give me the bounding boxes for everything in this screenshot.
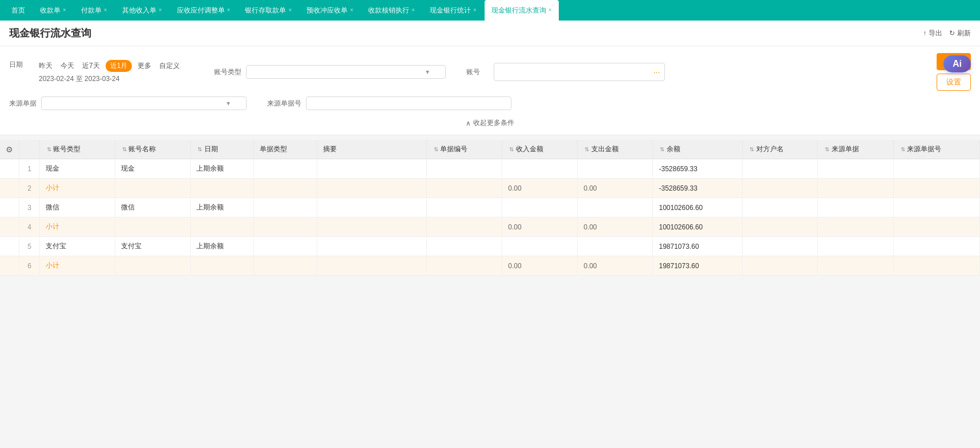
- account-type-select[interactable]: ▾: [246, 65, 446, 79]
- nav-item-receipt[interactable]: 收款单 ×: [33, 0, 73, 21]
- sort-icon-2: ⇅: [122, 146, 127, 152]
- nav-close-bank-deposit[interactable]: ×: [288, 0, 292, 21]
- col-doc-no[interactable]: ⇅ 单据编号: [427, 140, 502, 159]
- cell-summary: [317, 237, 427, 256]
- subtotal-label: 小计: [46, 184, 59, 192]
- ai-badge[interactable]: Ai: [943, 55, 971, 72]
- nav-label-bank-flow: 现金银行流水查询: [491, 0, 546, 21]
- nav-close-bank-flow[interactable]: ×: [549, 0, 552, 21]
- date-btn-more[interactable]: 更多: [135, 60, 154, 72]
- table-header-row: ⚙ ⇅ 账号类型 ⇅ 账号名称 ⇅ 日期 单据类型 摘要 ⇅ 单据编号: [0, 140, 980, 159]
- col-counterpart[interactable]: ⇅ 对方户名: [743, 140, 818, 159]
- account-input[interactable]: [499, 66, 647, 78]
- nav-item-bank-flow[interactable]: 现金银行流水查询 ×: [485, 0, 559, 21]
- date-btn-7days[interactable]: 近7天: [80, 60, 102, 72]
- nav-close-adjustment[interactable]: ×: [227, 0, 231, 21]
- subtotal-label: 小计: [46, 261, 59, 269]
- cell-account-name: [115, 217, 191, 237]
- table-row: 4 小计 0.00 0.00 100102606.60: [0, 217, 980, 237]
- cell-doc-no: [427, 237, 502, 256]
- col-account-type[interactable]: ⇅ 账号类型: [40, 140, 115, 159]
- cell-account-type: 小计: [40, 179, 115, 198]
- cell-account-type: 小计: [40, 256, 115, 276]
- cell-income: 0.00: [502, 256, 578, 276]
- cell-doc-no: [427, 217, 502, 237]
- cell-doc-no: [427, 179, 502, 198]
- nav-item-adjustment[interactable]: 应收应付调整单 ×: [170, 0, 237, 21]
- cell-settings: [0, 179, 19, 198]
- col-account-name[interactable]: ⇅ 账号名称: [115, 140, 191, 159]
- filter-area: 日期 昨天 今天 近7天 近1月 更多 自定义 2023-02-24 至 202…: [0, 46, 980, 135]
- cell-doc-no: [427, 159, 502, 179]
- filter-row-1: 日期 昨天 今天 近7天 近1月 更多 自定义 2023-02-24 至 202…: [9, 53, 971, 91]
- refresh-button[interactable]: ↻ 刷新: [949, 29, 971, 38]
- nav-close-other-income[interactable]: ×: [159, 0, 162, 21]
- cell-source-doc-no: [893, 179, 979, 198]
- cell-source-doc-no: [893, 237, 979, 256]
- col-expense[interactable]: ⇅ 支出金额: [578, 140, 653, 159]
- nav-close-collection[interactable]: ×: [412, 0, 415, 21]
- source-doc-no-input[interactable]: [306, 96, 511, 110]
- cell-counterpart: [743, 217, 818, 237]
- table-row: 2 小计 0.00 0.00 -3528659.33: [0, 179, 980, 198]
- col-row-num: [19, 140, 40, 159]
- cell-settings: [0, 198, 19, 217]
- cell-balance: 100102606.60: [653, 217, 743, 237]
- nav-item-payment[interactable]: 付款单 ×: [74, 0, 114, 21]
- nav-label-other-income: 其他收入单: [122, 0, 156, 21]
- nav-close-advance[interactable]: ×: [350, 0, 353, 21]
- col-income[interactable]: ⇅ 收入金额: [502, 140, 578, 159]
- settings-button[interactable]: 设置: [937, 74, 971, 91]
- cell-account-name: 微信: [115, 198, 191, 217]
- col-doc-type: 单据类型: [253, 140, 317, 159]
- cell-income: 0.00: [502, 179, 578, 198]
- source-doc-no-label: 来源单据号: [267, 99, 301, 108]
- sort-icon-10: ⇅: [901, 146, 905, 152]
- nav-item-home[interactable]: 首页: [5, 0, 32, 21]
- cell-source-doc-no: [893, 198, 979, 217]
- nav-item-bank-deposit[interactable]: 银行存取款单 ×: [238, 0, 299, 21]
- nav-close-bank-stats[interactable]: ×: [473, 0, 477, 21]
- cell-balance: 19871073.60: [653, 237, 743, 256]
- cell-expense: [578, 198, 653, 217]
- account-label: 账号: [466, 67, 489, 77]
- cell-income: 0.00: [502, 217, 578, 237]
- collapse-bar[interactable]: ∧ 收起更多条件: [9, 116, 971, 128]
- col-balance[interactable]: ⇅ 余额: [653, 140, 743, 159]
- date-options: 昨天 今天 近7天 近1月 更多 自定义: [37, 60, 182, 72]
- date-btn-today[interactable]: 今天: [58, 60, 76, 72]
- table-body: 1 现金 现金 上期余额 -3528659.33 2 小计 0.00 0.00 …: [0, 159, 980, 276]
- date-btn-yesterday[interactable]: 昨天: [37, 60, 55, 72]
- gear-icon[interactable]: ⚙: [6, 145, 13, 154]
- date-btn-custom[interactable]: 自定义: [157, 60, 182, 72]
- nav-label-home: 首页: [11, 0, 25, 21]
- col-date[interactable]: ⇅ 日期: [191, 140, 254, 159]
- nav-item-collection[interactable]: 收款核销执行 ×: [361, 0, 422, 21]
- account-type-cell: 支付宝: [46, 242, 66, 250]
- col-source-doc-no[interactable]: ⇅ 来源单据号: [893, 140, 979, 159]
- col-source-doc[interactable]: ⇅ 来源单据: [818, 140, 893, 159]
- cell-balance: -3528659.33: [653, 159, 743, 179]
- source-doc-select[interactable]: ▾: [41, 96, 247, 110]
- subtotal-label: 小计: [46, 223, 59, 231]
- nav-item-other-income[interactable]: 其他收入单 ×: [115, 0, 169, 21]
- nav-item-advance[interactable]: 预收冲应收单 ×: [300, 0, 360, 21]
- cell-counterpart: [743, 159, 818, 179]
- date-btn-1month[interactable]: 近1月: [106, 60, 132, 72]
- cell-doc-type: [253, 179, 317, 198]
- page-header: 现金银行流水查询 ↑ 导出 ↻ 刷新: [0, 21, 980, 46]
- cell-source-doc: [818, 159, 893, 179]
- account-more-button[interactable]: ···: [654, 67, 660, 76]
- cell-date: 上期余额: [191, 198, 254, 217]
- cell-date: [191, 256, 254, 276]
- cell-doc-type: [253, 237, 317, 256]
- nav-close-payment[interactable]: ×: [104, 0, 107, 21]
- export-icon: ↑: [923, 29, 926, 37]
- data-table: ⚙ ⇅ 账号类型 ⇅ 账号名称 ⇅ 日期 单据类型 摘要 ⇅ 单据编号: [0, 140, 980, 276]
- col-settings[interactable]: ⚙: [0, 140, 19, 159]
- nav-close-receipt[interactable]: ×: [63, 0, 66, 21]
- account-type-cell: 微信: [46, 203, 59, 211]
- nav-item-bank-stats[interactable]: 现金银行统计 ×: [423, 0, 483, 21]
- cell-settings: [0, 256, 19, 276]
- export-button[interactable]: ↑ 导出: [923, 29, 942, 38]
